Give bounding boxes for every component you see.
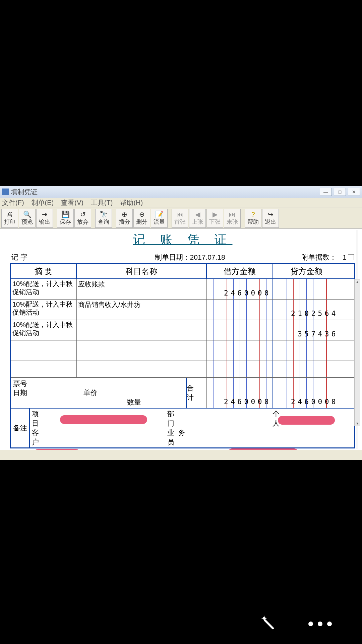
exit-button[interactable]: ↪退出: [262, 209, 279, 228]
viewer-overlay: [0, 604, 362, 644]
preview-icon: 🔍: [23, 211, 31, 218]
qty-label: 数量: [127, 397, 141, 407]
cell-summary[interactable]: [11, 361, 77, 377]
voucher-type-label: 记 字: [11, 253, 78, 262]
cell-debit[interactable]: [207, 340, 273, 361]
redaction-mark: [60, 415, 147, 424]
customer-label: 客 户: [32, 428, 59, 447]
insert-icon: ⊕: [121, 211, 128, 218]
printer-icon: 🖨: [6, 211, 13, 218]
next-icon: ▶: [211, 211, 219, 218]
table-row[interactable]: 10%配送，计入中秋促销活动 357436: [11, 320, 354, 340]
cell-summary[interactable]: [11, 340, 77, 361]
next-button[interactable]: ▶下张: [206, 209, 223, 228]
header-debit: 借方金额: [207, 264, 273, 278]
first-button[interactable]: ⏮首张: [172, 209, 188, 228]
cell-summary[interactable]: 10%配送，计入中秋促销活动: [11, 320, 77, 340]
delete-icon: ⊖: [138, 211, 145, 218]
dept-label: 部 门: [167, 409, 194, 428]
menu-view[interactable]: 查看(V): [61, 198, 83, 207]
magnifier-icon[interactable]: [348, 254, 354, 260]
redaction-mark: [34, 449, 80, 450]
signature-row: 记 审核 出纳: [10, 448, 355, 450]
total-label: 合 计: [187, 378, 207, 408]
window-controls: — □ ✕: [320, 188, 360, 196]
project-label: 项 目: [32, 409, 59, 428]
header-account: 科目名称: [77, 264, 207, 278]
voucher-paper: 记 账 凭 证 记 字 制单日期：2017.07.18 附单据数： 1 摘 要 …: [0, 229, 362, 450]
exit-icon: ↪: [267, 211, 274, 218]
save-button[interactable]: 💾保存: [57, 209, 74, 228]
binoculars-icon: 🔭: [100, 211, 107, 218]
voucher-app-window: 填制凭证 — □ ✕ 文件(F) 制单(E) 查看(V) 工具(T) 帮助(H)…: [0, 186, 362, 460]
menu-file[interactable]: 文件(F): [2, 198, 24, 207]
close-button[interactable]: ✕: [348, 188, 360, 196]
maximize-button[interactable]: □: [334, 188, 346, 196]
cell-credit[interactable]: 357436: [273, 320, 340, 340]
scrollbar[interactable]: [354, 279, 360, 426]
cell-debit[interactable]: [207, 361, 273, 377]
first-icon: ⏮: [176, 211, 184, 218]
prev-icon: ◀: [194, 211, 201, 218]
sales-label: 业务员: [167, 428, 194, 447]
search-button[interactable]: 🔭查询: [95, 209, 112, 228]
titlebar: 填制凭证 — □ ✕: [0, 186, 362, 198]
menubar: 文件(F) 制单(E) 查看(V) 工具(T) 帮助(H): [0, 198, 362, 208]
cell-debit[interactable]: 2460000: [207, 279, 273, 299]
table-row[interactable]: 10%配送，计入中秋促销活动 应收账款 2460000: [11, 279, 354, 300]
preview-button[interactable]: 🔍预览: [19, 209, 36, 228]
credit-total: 2460000: [273, 378, 340, 408]
cell-summary[interactable]: 10%配送，计入中秋促销活动: [11, 279, 77, 299]
app-icon: [2, 189, 9, 195]
flow-button[interactable]: 📝流量: [151, 209, 168, 228]
table-header: 摘 要 科目名称 借方金额 贷方金额: [11, 264, 354, 279]
toolbar: 🖨打印 🔍预览 ⇥输出 💾保存 ↺放弃 🔭查询 ⊕插分 ⊖删分 📝流量 ⏮首张 …: [0, 208, 362, 229]
table-row[interactable]: 10%配送，计入中秋促销活动 商品销售收入/水井坊 2102564: [11, 300, 354, 320]
cell-account[interactable]: 商品销售收入/水井坊: [77, 300, 207, 320]
debit-total: 2460000: [207, 378, 273, 408]
last-button[interactable]: ⏭末张: [224, 209, 241, 228]
table-row[interactable]: [11, 361, 354, 378]
delete-row-button[interactable]: ⊖删分: [133, 209, 150, 228]
undo-icon: ↺: [79, 211, 86, 218]
prev-button[interactable]: ◀上张: [189, 209, 206, 228]
last-icon: ⏭: [229, 211, 236, 218]
export-icon: ⇥: [41, 211, 48, 218]
discard-button[interactable]: ↺放弃: [74, 209, 91, 228]
cell-debit[interactable]: [207, 300, 273, 320]
more-icon[interactable]: [308, 622, 332, 626]
redaction-mark: [228, 448, 298, 450]
cell-account[interactable]: [77, 361, 207, 377]
photo-viewer: 填制凭证 — □ ✕ 文件(F) 制单(E) 查看(V) 工具(T) 帮助(H)…: [0, 0, 362, 644]
help-button[interactable]: ?帮助: [245, 209, 261, 228]
remark-label: 备注: [11, 409, 30, 447]
flow-icon: 📝: [156, 211, 163, 218]
cell-debit[interactable]: [207, 320, 273, 340]
print-button[interactable]: 🖨打印: [1, 209, 18, 228]
window-title: 填制凭证: [11, 187, 38, 197]
voucher-table: 摘 要 科目名称 借方金额 贷方金额 10%配送，计入中秋促销活动 应收账款 2…: [10, 263, 355, 448]
minimize-button[interactable]: —: [320, 188, 332, 196]
attachment-count: 附单据数： 1: [301, 253, 354, 262]
totals-row: 票号 日期单价 数量 合 计 2460000 2460000: [11, 378, 354, 409]
table-row[interactable]: [11, 340, 354, 361]
menu-voucher[interactable]: 制单(E): [32, 198, 54, 207]
cell-credit[interactable]: [273, 279, 340, 299]
header-credit: 贷方金额: [273, 264, 340, 278]
cell-account[interactable]: [77, 340, 207, 361]
menu-tool[interactable]: 工具(T): [91, 198, 113, 207]
cell-account[interactable]: [77, 320, 207, 340]
cell-account[interactable]: 应收账款: [77, 279, 207, 299]
insert-row-button[interactable]: ⊕插分: [116, 209, 133, 228]
cell-credit[interactable]: [273, 361, 340, 377]
cell-credit[interactable]: [273, 340, 340, 361]
remark-row: 备注 项 目 部 门 个 人 客 户 业务员: [11, 409, 354, 447]
help-icon: ?: [249, 211, 257, 218]
cell-credit[interactable]: 2102564: [273, 300, 340, 320]
magic-wand-icon[interactable]: [259, 614, 278, 633]
cell-summary[interactable]: 10%配送，计入中秋促销活动: [11, 300, 77, 320]
menu-help[interactable]: 帮助(H): [120, 198, 143, 207]
voucher-title: 记 账 凭 证: [10, 231, 355, 248]
export-button[interactable]: ⇥输出: [36, 209, 53, 228]
redaction-mark: [278, 416, 335, 425]
